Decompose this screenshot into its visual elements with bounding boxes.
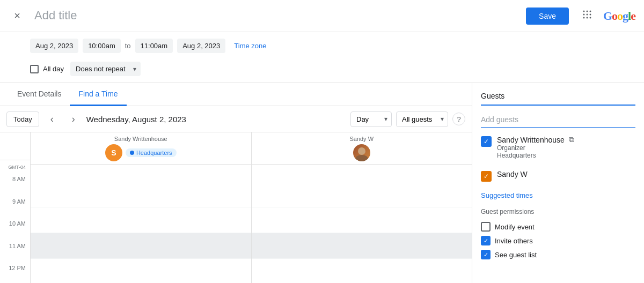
person-header-2: Sandy W (252, 132, 472, 165)
svg-point-5 (589, 14, 591, 16)
save-button[interactable]: Save (526, 8, 569, 25)
svg-point-10 (355, 155, 368, 161)
hour-row-2-4 (252, 259, 472, 283)
repeat-wrapper: Does not repeat (70, 62, 141, 76)
view-select-wrapper: DayWeekMonth (350, 111, 392, 127)
svg-point-7 (586, 17, 588, 19)
person-avatar-2 (353, 144, 370, 161)
tab-find-a-time[interactable]: Find a Time (70, 83, 126, 106)
google-apps-icon[interactable] (582, 9, 592, 23)
svg-point-6 (583, 17, 584, 19)
perm-label-1: Invite others (495, 237, 533, 245)
tab-event-details[interactable]: Event Details (9, 83, 70, 106)
prev-button[interactable]: ‹ (43, 110, 61, 128)
allday-checkbox-label[interactable]: All day (30, 65, 64, 73)
main-layout: Event Details Find a Time Today ‹ › Wedn… (0, 83, 644, 283)
svg-point-1 (586, 11, 588, 12)
hour-row-1 (31, 182, 251, 207)
permission-item-1: ✓ Invite others (481, 234, 635, 248)
google-logo: Google (603, 9, 635, 23)
left-panel: Event Details Find a Time Today ‹ › Wedn… (0, 83, 472, 283)
person-header-1: Sandy Writtenhouse S Headquarters (31, 132, 251, 165)
guest-info-0: Sandy Writtenhouse ⧉ Organizer Headquart… (497, 135, 635, 159)
guest-select[interactable]: All guestsOnly me (396, 111, 448, 127)
person-name-1: Sandy Writtenhouse (114, 136, 167, 142)
guest-checkbox-0[interactable]: ✓ (481, 136, 492, 147)
calendar-nav: Today ‹ › Wednesday, August 2, 2023 DayW… (0, 106, 472, 132)
title-input[interactable] (34, 6, 517, 26)
hour-row-4 (31, 259, 251, 283)
time-slot-11am: 11 AM (0, 242, 30, 264)
event-block-1[interactable] (31, 233, 251, 259)
hour-row-2 (31, 207, 251, 233)
allday-row: All day Does not repeat (0, 59, 644, 83)
current-date-label: Wednesday, August 2, 2023 (86, 115, 346, 124)
copy-icon-0[interactable]: ⧉ (569, 135, 574, 144)
guest-checkbox-1[interactable]: ✓ (481, 171, 492, 182)
header: × Save Google (0, 0, 644, 32)
repeat-select[interactable]: Does not repeat (70, 62, 141, 76)
guest-sub2-0: Headquarters (497, 152, 635, 159)
add-guests-input[interactable] (481, 112, 635, 128)
guests-panel: Guests ✓ Sandy Writtenhouse ⧉ Organizer … (472, 83, 644, 283)
svg-point-4 (586, 14, 588, 16)
gmt-label: GMT-04 (0, 160, 30, 175)
start-time-chip[interactable]: 10:00am (83, 39, 121, 53)
svg-point-9 (358, 147, 365, 155)
perm-label-0: Modify event (495, 223, 535, 231)
guest-sub1-0: Organizer (497, 144, 635, 152)
permissions-title: Guest permissions (481, 208, 635, 215)
today-button[interactable]: Today (6, 111, 39, 127)
perm-checkbox-1[interactable]: ✓ (481, 236, 491, 245)
suggested-times-link[interactable]: Suggested times (481, 189, 635, 204)
event-block-2[interactable] (252, 233, 472, 259)
close-button[interactable]: × (9, 8, 26, 25)
end-date-chip[interactable]: Aug 2, 2023 (177, 39, 225, 53)
timezone-link[interactable]: Time zone (234, 42, 266, 50)
view-select[interactable]: DayWeekMonth (350, 111, 392, 127)
permission-item-2: ✓ See guest list (481, 248, 635, 262)
columns-area: Sandy Writtenhouse S Headquarters (30, 132, 472, 283)
perm-checkbox-2[interactable]: ✓ (481, 250, 491, 259)
svg-point-0 (583, 11, 584, 12)
permission-item-0: Modify event (481, 220, 635, 234)
allday-label: All day (43, 65, 64, 73)
time-slot-8am: 8 AM (0, 175, 30, 197)
calendar-grid: GMT-04 8 AM 9 AM 10 AM 11 AM 12 PM Sandy… (0, 132, 472, 283)
perm-checkbox-0[interactable] (481, 222, 491, 232)
allday-checkbox[interactable] (30, 65, 39, 73)
guest-select-wrapper: All guestsOnly me (396, 111, 448, 127)
guests-title: Guests (481, 92, 635, 106)
time-slot-10am: 10 AM (0, 219, 30, 242)
start-date-chip[interactable]: Aug 2, 2023 (30, 39, 78, 53)
guest-name-1: Sandy W (497, 170, 528, 178)
permissions-section: Guest permissions Modify event ✓ Invite … (481, 208, 635, 262)
hq-chip: Headquarters (126, 148, 177, 157)
perm-label-2: See guest list (495, 251, 537, 259)
guest-item-1: ✓ Sandy W (481, 167, 635, 185)
svg-point-3 (583, 14, 584, 16)
guest-name-0: Sandy Writtenhouse (497, 136, 565, 144)
guest-info-1: Sandy W (497, 170, 635, 178)
time-separator: to (125, 42, 131, 50)
guest-item-0: ✓ Sandy Writtenhouse ⧉ Organizer Headqua… (481, 132, 635, 162)
datetime-bar: Aug 2, 2023 10:00am to 11:00am Aug 2, 20… (0, 32, 644, 59)
person-avatar-1: S (105, 144, 122, 161)
hour-row-2-1 (252, 182, 472, 207)
svg-point-8 (589, 17, 591, 19)
time-slot-9am: 9 AM (0, 197, 30, 220)
person-col-1: Sandy Writtenhouse S Headquarters (30, 132, 251, 283)
next-button[interactable]: › (65, 110, 82, 128)
person-col-2: Sandy W (251, 132, 472, 283)
hour-row-2-2 (252, 207, 472, 233)
time-column: GMT-04 8 AM 9 AM 10 AM 11 AM 12 PM (0, 132, 30, 283)
person-name-2: Sandy W (349, 136, 374, 142)
tabs: Event Details Find a Time (0, 83, 472, 106)
help-icon[interactable]: ? (452, 113, 465, 125)
end-time-chip[interactable]: 11:00am (135, 39, 173, 53)
time-slot-12pm: 12 PM (0, 264, 30, 283)
svg-point-2 (589, 11, 591, 12)
